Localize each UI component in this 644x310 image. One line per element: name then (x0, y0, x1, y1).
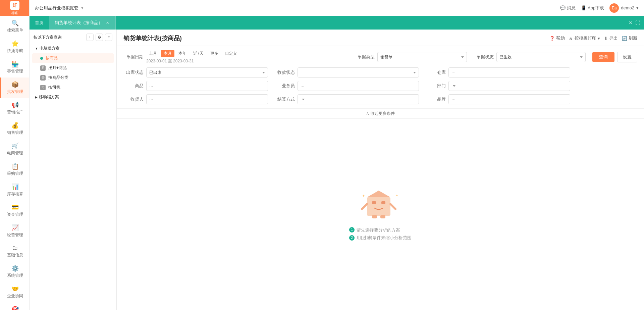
sidebar-item-enterprise[interactable]: 🤝 企业协同 (0, 282, 29, 302)
sidebar-label-sales: 销售管理 (7, 130, 23, 135)
action-buttons: 查询 设置 (592, 52, 637, 62)
scheme-group-desktop-header[interactable]: ▼ 电脑端方案 (32, 44, 114, 53)
workspace-dropdown-icon[interactable]: ▾ (81, 5, 84, 10)
tab-close-icon[interactable]: ✕ (105, 20, 110, 25)
filter-row-1: 单据日期 上月 本月 本年 近7天 更多 自定义 2023-03-01 至 20… (123, 50, 637, 64)
print-button[interactable]: 🖨 按模板打印 ▾ (569, 35, 600, 41)
query-button[interactable]: 查询 (592, 52, 614, 62)
sidebar-item-marketing[interactable]: 📢 营销推广 (0, 98, 29, 118)
date-tab-7days[interactable]: 近7天 (191, 50, 206, 57)
tab-home[interactable]: 首页 (30, 16, 49, 30)
finance-icon: 💳 (1, 204, 29, 211)
filter-salesman: 业务员 ··· (275, 81, 419, 91)
settlement-caret (302, 99, 305, 100)
sidebar-item-search[interactable]: 🔍 搜索菜单 (0, 16, 29, 37)
sidebar-label-purchase: 采购管理 (7, 171, 23, 176)
salesman-select[interactable]: ··· (298, 81, 419, 91)
sidebar-label-finance: 资金管理 (7, 212, 23, 217)
product-label: 商品 (123, 83, 144, 89)
month-product-icon: 月 (40, 65, 46, 71)
tab-sales-stats[interactable]: 销货单统计表（按商品） ✕ (49, 16, 116, 30)
sidebar-item-purchase[interactable]: 📋 采购管理 (0, 159, 29, 180)
consignee-dots: ··· (149, 97, 153, 102)
refresh-button[interactable]: 🔄 刷新 (622, 35, 637, 41)
collapse-filter-button[interactable]: ∧ 收起更多条件 (117, 109, 644, 119)
retail-icon: 🏪 (1, 60, 29, 68)
receipt-status-select[interactable] (298, 67, 419, 78)
empty-tip-1: 1 请先选择要分析的方案 (349, 226, 411, 234)
svg-rect-1 (372, 201, 376, 204)
sidebar-item-operations[interactable]: 📈 经营管理 (0, 221, 29, 241)
date-tab-this-month[interactable]: 本月 (161, 50, 174, 57)
date-tab-custom[interactable]: 自定义 (222, 50, 240, 57)
svg-rect-6 (380, 215, 385, 218)
date-tab-this-year[interactable]: 本年 (176, 50, 189, 57)
sidebar-item-sales[interactable]: 💰 销售管理 (0, 118, 29, 139)
scheme-item-by-product-category[interactable]: 分 按商品分类 (32, 73, 114, 83)
refresh-icon: 🔄 (622, 36, 627, 41)
filter-consignee: 收货人 ··· (123, 94, 268, 104)
date-tab-more[interactable]: 更多 (208, 50, 221, 57)
scheme-panel: 按以下方案查询 + ⚙ « ▼ 电脑端方案 (30, 30, 117, 310)
sidebar-label-wholesale: 批发管理 (7, 89, 23, 94)
department-select[interactable] (448, 81, 570, 91)
scheme-item-by-cashier-label: 按司机 (48, 85, 60, 90)
consignee-select[interactable]: ··· (146, 94, 268, 104)
scheme-collapse-button[interactable]: « (105, 34, 112, 41)
help-button[interactable]: ❓ 帮助 (549, 35, 565, 41)
warehouse-select[interactable]: ··· (448, 67, 570, 78)
sidebar-item-system[interactable]: ⚙️ 系统管理 (0, 261, 29, 282)
product-select[interactable]: ··· (146, 81, 268, 91)
sidebar: 好 标账 🔍 搜索菜单 ⭐ 快捷导航 🏪 零售管理 📦 批发管理 📢 营销推广 … (0, 0, 30, 310)
out-status-value: 已出库 (149, 70, 161, 75)
filter-row-4: 收货人 ··· 结算方式 品牌 ··· (123, 94, 637, 104)
sidebar-item-basic[interactable]: 🗂 基础信息 (0, 241, 29, 261)
svg-text:✦: ✦ (362, 194, 365, 198)
sidebar-item-wholesale[interactable]: 📦 批发管理 (0, 78, 29, 98)
doc-status-select[interactable]: 已生效 (496, 52, 586, 62)
sidebar-item-guide[interactable]: 🎯 新手引导 (0, 302, 29, 310)
filter-row-3: 商品 ··· 业务员 ··· 部门 (123, 81, 637, 91)
message-button[interactable]: 💬 消息 (560, 5, 576, 11)
tab-expand-icon[interactable]: ⛶ (635, 20, 640, 25)
setting-button[interactable]: 设置 (617, 52, 637, 62)
topbar-left: 办公用品行业模拟账套 ▾ (35, 5, 84, 11)
inventory-icon: 📊 (1, 183, 29, 191)
sidebar-label-basic: 基础信息 (7, 253, 23, 257)
sidebar-item-finance[interactable]: 💳 资金管理 (0, 200, 29, 221)
scheme-item-by-product[interactable]: 按商品 (32, 53, 114, 63)
export-icon: ⬇ (604, 36, 608, 41)
active-dot-icon (40, 57, 43, 60)
date-tab-last-month[interactable]: 上月 (146, 50, 160, 57)
app-download-button[interactable]: 📱 App下载 (581, 5, 604, 11)
doc-status-value: 已生效 (499, 54, 512, 60)
sidebar-item-inventory[interactable]: 📊 库存核算 (0, 180, 29, 200)
scheme-panel-header: 按以下方案查询 + ⚙ « (30, 30, 116, 44)
sidebar-item-quick-nav[interactable]: ⭐ 快捷导航 (0, 37, 29, 57)
tab-close-all-icon[interactable]: ✕ (629, 20, 633, 25)
brand-dots: ··· (451, 97, 455, 102)
scheme-settings-button[interactable]: ⚙ (96, 34, 103, 41)
user-menu[interactable]: Ea demo2 ▾ (609, 3, 639, 13)
warehouse-label: 仓库 (426, 69, 446, 75)
brand-select[interactable]: ··· (448, 94, 570, 104)
export-button[interactable]: ⬇ 导出 (604, 35, 618, 41)
out-status-caret-icon (262, 72, 265, 73)
scheme-item-by-cashier[interactable]: 司 按司机 (32, 83, 114, 92)
product-category-icon: 分 (40, 75, 46, 81)
doc-type-label: 单据类型 (355, 54, 375, 60)
doc-status-label: 单据状态 (474, 54, 494, 60)
sales-icon: 💰 (1, 122, 29, 129)
sidebar-item-ecommerce[interactable]: 🛒 电商管理 (0, 139, 29, 159)
svg-line-4 (390, 204, 395, 209)
sidebar-label-quicknav: 快捷导航 (7, 48, 23, 53)
scheme-group-mobile-header[interactable]: ▶ 移动端方案 (32, 92, 114, 102)
out-status-select[interactable]: 已出库 (146, 67, 268, 78)
scheme-add-button[interactable]: + (86, 34, 94, 41)
filter-brand: 品牌 ··· (426, 94, 570, 104)
settlement-select[interactable] (298, 94, 419, 104)
sidebar-item-retail[interactable]: 🏪 零售管理 (0, 57, 29, 78)
scheme-item-by-month-product[interactable]: 月 按月+商品 (32, 63, 114, 73)
message-icon: 💬 (560, 5, 566, 10)
doc-type-select[interactable]: 销货单 (377, 52, 467, 62)
